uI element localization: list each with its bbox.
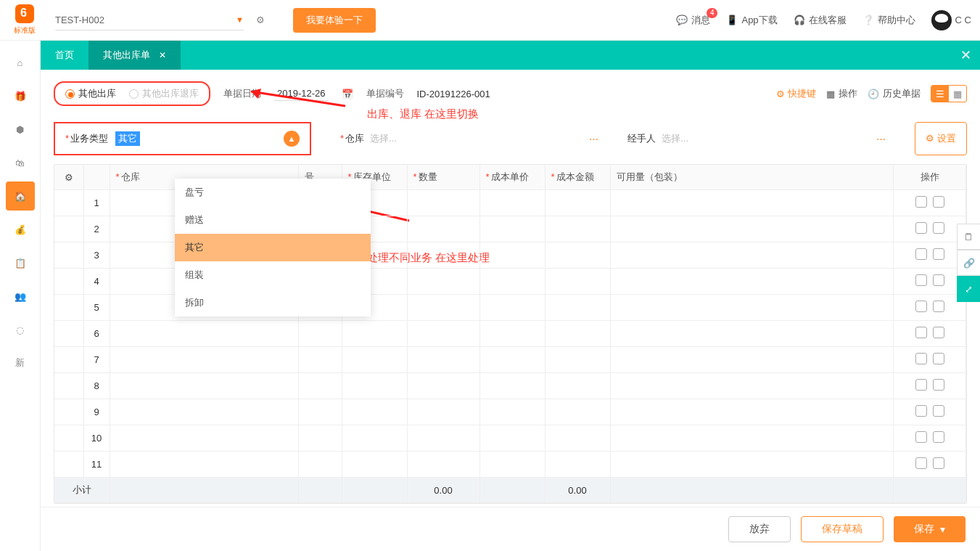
copy-icon[interactable] [933, 327, 944, 338]
copy-icon[interactable] [933, 405, 944, 417]
online-service-label: 在线客服 [809, 14, 847, 27]
sidebar-new[interactable]: 新 [6, 348, 35, 377]
calendar-icon[interactable]: 📅 [342, 89, 353, 99]
warehouse-field[interactable]: *仓库 选择... ⋯ [340, 122, 598, 155]
sidebar-home[interactable]: ⌂ [6, 48, 35, 77]
delete-icon[interactable] [915, 222, 927, 234]
save-button[interactable]: 保存 ▾ [894, 516, 965, 542]
messages-badge: 4 [707, 8, 718, 18]
close-icon[interactable]: ✕ [159, 50, 166, 60]
sidebar-people[interactable]: 👥 [6, 282, 35, 311]
subtotal-row: 小计 0.00 0.00 [54, 478, 966, 503]
chevron-down-icon: ▼ [236, 15, 244, 24]
shortcut-label: 快捷键 [788, 87, 816, 100]
settings-button[interactable]: ⚙ 设置 [915, 122, 967, 155]
sidebar-house[interactable]: ⬢ [6, 115, 35, 144]
copy-icon[interactable] [933, 379, 944, 391]
delete-icon[interactable] [915, 248, 927, 260]
col-gear[interactable]: ⚙ [54, 165, 83, 190]
table-row[interactable]: 11 [54, 452, 966, 478]
delete-icon[interactable] [915, 274, 927, 286]
delete-icon[interactable] [915, 405, 927, 417]
table-row[interactable]: 6 [54, 321, 966, 347]
view-grid-button[interactable]: ▦ [949, 86, 966, 102]
operate-link[interactable]: ▦ 操作 [826, 87, 857, 100]
messages-link[interactable]: 💬 消息 4 [676, 14, 710, 27]
float-note-button[interactable]: 🗒 [957, 224, 980, 250]
biz-type-dropdown: 盘亏 赠送 其它 组装 拆卸 [175, 179, 371, 317]
copy-icon[interactable] [933, 274, 944, 286]
dropdown-item-zengsong[interactable]: 赠送 [175, 206, 371, 234]
more-icon[interactable]: ⋯ [876, 134, 886, 144]
save-draft-button[interactable]: 保存草稿 [801, 516, 884, 542]
store-selector[interactable]: TEST-H002 ▼ [55, 10, 244, 30]
doc-header-right: ⚙ 快捷键 ▦ 操作 🕘 历史单据 ☰ ▦ [776, 85, 967, 102]
delete-icon[interactable] [915, 457, 927, 469]
app-download-link[interactable]: 📱 App下载 [726, 14, 777, 27]
help-center-link[interactable]: ❔ 帮助中心 [862, 14, 915, 27]
copy-icon[interactable] [933, 222, 944, 234]
radio-return-label: 其他出库退库 [142, 87, 199, 100]
sidebar-bag[interactable]: 🛍 [6, 148, 35, 177]
dropdown-item-zuzhuang[interactable]: 组装 [175, 261, 371, 289]
radio-outbound-label: 其他出库 [78, 87, 116, 100]
delete-icon[interactable] [915, 196, 927, 208]
chevron-up-circle-icon[interactable]: ▲ [284, 131, 300, 147]
filter-row: *业务类型 其它 ▲ *仓库 选择... ⋯ 经手人 选择... ⋯ [54, 113, 967, 164]
table-row[interactable]: 7 [54, 347, 966, 373]
tab-home[interactable]: 首页 [41, 41, 88, 70]
col-operate: 操作 [894, 165, 966, 190]
sidebar-clipboard[interactable]: 📋 [6, 248, 35, 277]
biz-type-field[interactable]: *业务类型 其它 ▲ [54, 122, 311, 155]
delete-icon[interactable] [915, 379, 927, 391]
delete-icon[interactable] [915, 431, 927, 443]
user-menu[interactable]: C C [931, 10, 971, 30]
top-header: 标准版 TEST-H002 ▼ ⚙ 我要体验一下 💬 消息 4 📱 App下载 … [0, 0, 980, 41]
gear-icon: ⚙ [776, 89, 785, 99]
online-service-link[interactable]: 🎧 在线客服 [794, 14, 847, 27]
date-value[interactable]: 2019-12-26 [274, 86, 329, 101]
float-expand-button[interactable]: ⤢ [957, 276, 980, 302]
sidebar-money[interactable]: 💰 [6, 215, 35, 244]
view-list-button[interactable]: ☰ [931, 86, 949, 102]
table-row[interactable]: 9 [54, 399, 966, 425]
dropdown-item-pankui[interactable]: 盘亏 [175, 179, 371, 206]
help-center-label: 帮助中心 [878, 14, 915, 27]
outbound-radio-group: 其他出库 其他出库退库 [54, 81, 210, 106]
tab-active-label: 其他出库单 [103, 49, 150, 60]
settings-icon[interactable]: ⚙ [250, 15, 271, 25]
history-link[interactable]: 🕘 历史单据 [868, 87, 921, 100]
copy-icon[interactable] [933, 196, 944, 208]
sidebar: ⌂ 🎁 ⬢ 🛍 🏠 💰 📋 👥 ◌ 新 [0, 41, 41, 551]
dropdown-item-chaixie[interactable]: 拆卸 [175, 289, 371, 317]
grid-icon: ▦ [826, 89, 835, 99]
more-icon[interactable]: ⋯ [589, 134, 598, 144]
copy-icon[interactable] [933, 457, 944, 469]
copy-icon[interactable] [933, 301, 944, 312]
phone-icon: 📱 [726, 15, 738, 25]
tabbar-close-button[interactable]: ✕ [951, 41, 980, 70]
table-row[interactable]: 10 [54, 425, 966, 452]
radio-outbound[interactable]: 其他出库 [65, 87, 116, 100]
table-row[interactable]: 8 [54, 373, 966, 399]
shortcut-link[interactable]: ⚙ 快捷键 [776, 87, 816, 100]
gear-icon: ⚙ [926, 133, 934, 144]
copy-icon[interactable] [933, 353, 944, 364]
copy-icon[interactable] [933, 431, 944, 443]
delete-icon[interactable] [915, 353, 927, 364]
float-sidebar: 🗒 🔗 ⤢ [957, 224, 980, 302]
float-link-button[interactable]: 🔗 [957, 250, 980, 276]
sidebar-dots[interactable]: ◌ [6, 315, 35, 344]
radio-return[interactable]: 其他出库退库 [129, 87, 199, 100]
sidebar-warehouse[interactable]: 🏠 [6, 181, 35, 211]
tab-other-outbound[interactable]: 其他出库单 ✕ [88, 41, 181, 70]
discard-button[interactable]: 放弃 [728, 516, 791, 542]
delete-icon[interactable] [915, 327, 927, 338]
try-button[interactable]: 我要体验一下 [293, 8, 376, 33]
copy-icon[interactable] [933, 248, 944, 260]
dropdown-item-qita[interactable]: 其它 [175, 234, 371, 261]
sidebar-gift[interactable]: 🎁 [6, 81, 35, 110]
delete-icon[interactable] [915, 301, 927, 312]
handler-field[interactable]: 经手人 选择... ⋯ [627, 122, 886, 155]
subtotal-label: 小计 [54, 478, 110, 503]
